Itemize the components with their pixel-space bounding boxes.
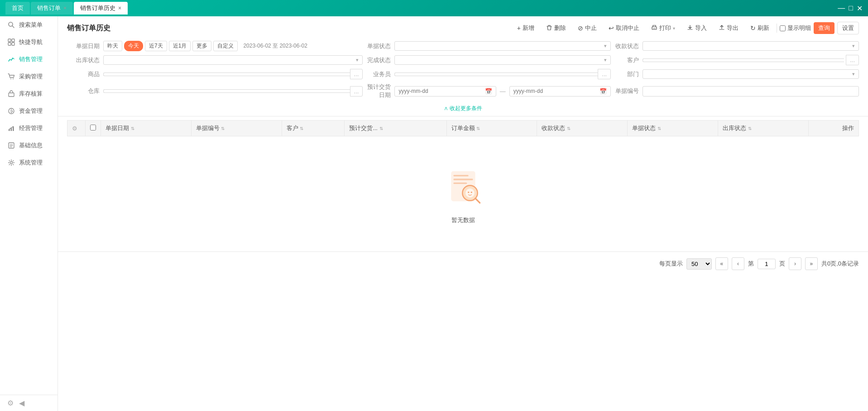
sidebar-collapse-icon[interactable]: ◀ (19, 399, 24, 407)
sidebar-item-search-menu[interactable]: 搜索菜单 (0, 16, 58, 34)
empty-state-illustration (441, 164, 486, 209)
table-settings-icon[interactable]: ⚙ (72, 125, 77, 132)
calendar-from-icon[interactable]: 📅 (485, 88, 492, 95)
th-delivery-date[interactable]: 预计交货... ⇅ (345, 121, 446, 136)
status-label: 单据状态 (363, 42, 394, 50)
search-menu-icon (7, 21, 15, 29)
query-button[interactable]: 查询 (814, 22, 834, 34)
sidebar-bottom: ⚙ ◀ (0, 395, 58, 411)
customer-select[interactable] (643, 58, 844, 62)
last-page-btn[interactable]: » (805, 257, 818, 270)
date-custom[interactable]: 自定义 (213, 41, 238, 51)
sidebar-item-sales[interactable]: 销售管理 (0, 51, 58, 68)
next-page-btn[interactable]: › (789, 257, 801, 270)
date-more[interactable]: 更多 (192, 41, 211, 51)
complete-select[interactable]: ▾ (394, 55, 611, 65)
detail-checkbox-input[interactable] (780, 25, 786, 31)
sidebar-item-system[interactable]: 系统管理 (0, 154, 58, 171)
delivery-date-to-input[interactable] (513, 88, 598, 94)
refresh-button[interactable]: ↻ 刷新 (746, 22, 774, 34)
svg-rect-19 (653, 28, 656, 29)
empty-state-row: 暂无数据 (67, 136, 859, 252)
sidebar-settings-icon[interactable]: ⚙ (7, 399, 14, 407)
th-doc-status-label: 单据状态 (632, 125, 656, 131)
first-page-btn[interactable]: « (715, 257, 728, 270)
query-label: 查询 (818, 24, 830, 32)
svg-point-25 (465, 189, 475, 198)
window-minimize[interactable]: — (838, 4, 845, 12)
warehouse-label: 仓库 (67, 87, 103, 95)
svg-point-27 (468, 192, 469, 193)
show-detail-checkbox[interactable]: 显示明细 (780, 24, 811, 32)
page-number-input[interactable] (758, 259, 776, 269)
th-customer[interactable]: 客户 ⇅ (282, 121, 344, 136)
sidebar-item-operations[interactable]: 经营管理 (0, 120, 58, 137)
th-pay-status[interactable]: 收款状态 ⇅ (537, 121, 628, 136)
salesman-dots[interactable]: ... (598, 69, 611, 79)
date-1month[interactable]: 近1月 (169, 41, 191, 51)
customer-dots[interactable]: ... (846, 55, 859, 65)
stop-button[interactable]: ⊘ 中止 (573, 22, 601, 34)
warehouse-dots[interactable]: ... (350, 86, 363, 97)
sidebar-item-inventory[interactable]: 库存核算 (0, 85, 58, 102)
add-label: 新增 (523, 24, 534, 32)
window-close[interactable]: ✕ (857, 4, 863, 13)
sidebar-item-purchase[interactable]: 采购管理 (0, 68, 58, 85)
tab-sales-order[interactable]: 销售订单 × (31, 2, 73, 15)
delete-button[interactable]: 删除 (542, 22, 571, 34)
th-doc-date[interactable]: 单据日期 ⇅ (101, 121, 192, 136)
svg-point-6 (10, 78, 11, 79)
svg-rect-2 (8, 39, 11, 42)
tab-sales-order-history[interactable]: 销售订单历史 × (74, 2, 128, 15)
window-controls: — □ ✕ (838, 4, 863, 13)
page-size-select[interactable]: 50 10 20 100 (686, 258, 712, 270)
sidebar-item-finance[interactable]: 资金管理 (0, 102, 58, 120)
calendar-to-icon[interactable]: 📅 (599, 88, 607, 95)
sidebar-item-basic-info[interactable]: 基础信息 (0, 137, 58, 154)
cancel-stop-button[interactable]: ↩ 取消中止 (604, 22, 644, 34)
export-button[interactable]: 导出 (714, 22, 743, 34)
import-button[interactable]: 导入 (682, 22, 711, 34)
order-no-input[interactable] (643, 86, 859, 97)
pay-status-select[interactable]: ▾ (643, 41, 859, 51)
delete-label: 删除 (554, 24, 566, 32)
product-select[interactable] (103, 73, 350, 76)
pagination: 每页显示 50 10 20 100 « ‹ 第 页 › » 共0页,0条记录 (58, 251, 868, 276)
th-order-amount[interactable]: 订单金额 ⇅ (446, 121, 537, 136)
th-customer-label: 客户 (287, 125, 298, 131)
tab-sales-order-label: 销售订单 (37, 4, 61, 12)
setting-button[interactable]: 设置 (837, 22, 859, 34)
tab-sales-order-close[interactable]: × (63, 5, 67, 11)
pay-status-arrow: ▾ (852, 43, 855, 49)
th-outbound-status[interactable]: 出库状态 ⇅ (718, 121, 809, 136)
tab-sales-order-history-close[interactable]: × (118, 5, 121, 11)
th-doc-status[interactable]: 单据状态 ⇅ (628, 121, 718, 136)
date-dash: — (498, 88, 508, 95)
add-button[interactable]: + 新增 (513, 22, 539, 34)
doc-date-label: 单据日期 (67, 42, 103, 50)
select-all-checkbox[interactable] (90, 125, 96, 131)
operations-icon (7, 124, 15, 132)
collapse-filter[interactable]: ∧ 收起更多条件 (67, 103, 859, 114)
doc-status-select[interactable]: ▾ (394, 41, 611, 51)
prev-page-btn[interactable]: ‹ (732, 257, 744, 270)
table-header-row: ⚙ 单据日期 ⇅ 单据编号 ⇅ (67, 121, 859, 136)
delivery-date-from-input[interactable] (398, 88, 483, 94)
delivery-date-from[interactable]: 📅 (394, 86, 496, 97)
product-dots[interactable]: ... (350, 69, 363, 79)
th-doc-no[interactable]: 单据编号 ⇅ (191, 121, 282, 136)
cancel-stop-icon: ↩ (609, 24, 614, 32)
sidebar-item-quick-nav[interactable]: 快捷导航 (0, 34, 58, 51)
date-today[interactable]: 今天 (124, 41, 143, 51)
tab-home[interactable]: 首页 (5, 2, 30, 15)
salesman-select[interactable] (394, 73, 598, 76)
delivery-date-to[interactable]: 📅 (509, 86, 611, 97)
date-yesterday[interactable]: 昨天 (103, 41, 122, 51)
warehouse-select[interactable] (103, 89, 350, 93)
delete-icon (546, 24, 552, 32)
date-7days[interactable]: 近7天 (145, 41, 167, 51)
outbound-select[interactable]: ▾ (103, 55, 363, 65)
dept-select[interactable]: ▾ (643, 69, 859, 79)
window-maximize[interactable]: □ (849, 4, 853, 12)
print-button[interactable]: 打印 ▾ (647, 22, 680, 34)
